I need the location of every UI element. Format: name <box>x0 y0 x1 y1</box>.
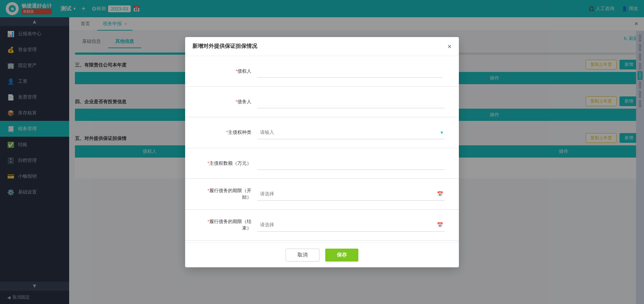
creditor-input[interactable] <box>257 65 442 78</box>
divider2 <box>185 117 459 117</box>
save-button[interactable]: 保存 <box>325 249 358 262</box>
dialog-title: 新增对外提供保证担保情况 <box>192 43 257 50</box>
claim-type-label: *主债权种类 <box>200 129 257 136</box>
claim-amount-input[interactable] <box>257 157 444 170</box>
form-row-start-date: *履行债务的期限（开始） 📅 <box>200 187 444 201</box>
end-date-label: *履行债务的期限（结束） <box>200 218 257 231</box>
divider4 <box>185 178 459 179</box>
form-row-claim-type: *主债权种类 ▾ <box>200 126 444 139</box>
end-date-calendar-icon[interactable]: 📅 <box>437 222 444 228</box>
start-date-input[interactable] <box>257 187 437 200</box>
divider5 <box>185 209 459 210</box>
divider6 <box>185 240 459 241</box>
claim-type-select-wrap: ▾ <box>257 126 444 139</box>
form-row-end-date: *履行债务的期限（结束） 📅 <box>200 218 444 232</box>
debtor-input[interactable] <box>257 95 444 108</box>
form-row-claim-amount: *主债权数额（万元） <box>200 157 444 170</box>
form-row-creditor: *债权人 <box>200 65 444 78</box>
start-date-label: *履行债务的期限（开始） <box>200 187 257 200</box>
claim-type-input[interactable] <box>257 126 440 139</box>
cancel-button[interactable]: 取消 <box>286 249 319 262</box>
dialog-footer: 取消 保存 <box>185 242 459 267</box>
modal-overlay: 新增对外提供保证担保情况 × *债权人 *债务人 <box>0 0 644 304</box>
dialog-header: 新增对外提供保证担保情况 × <box>185 37 459 56</box>
end-date-input[interactable] <box>257 218 437 231</box>
end-date-wrap: 📅 <box>257 218 444 232</box>
dialog-body: *债权人 *债务人 *主债权种类 ▾ <box>185 56 459 242</box>
form-row-debtor: *债务人 <box>200 95 444 108</box>
start-date-wrap: 📅 <box>257 187 444 201</box>
divider1 <box>185 86 459 87</box>
divider3 <box>185 148 459 148</box>
claim-amount-label: *主债权数额（万元） <box>200 160 257 167</box>
claim-type-dropdown-icon[interactable]: ▾ <box>440 130 444 135</box>
creditor-label: *债权人 <box>200 68 257 74</box>
debtor-label: *债务人 <box>200 99 257 105</box>
dialog-close-button[interactable]: × <box>447 43 452 50</box>
dialog: 新增对外提供保证担保情况 × *债权人 *债务人 <box>185 37 459 267</box>
start-date-calendar-icon[interactable]: 📅 <box>437 191 444 197</box>
